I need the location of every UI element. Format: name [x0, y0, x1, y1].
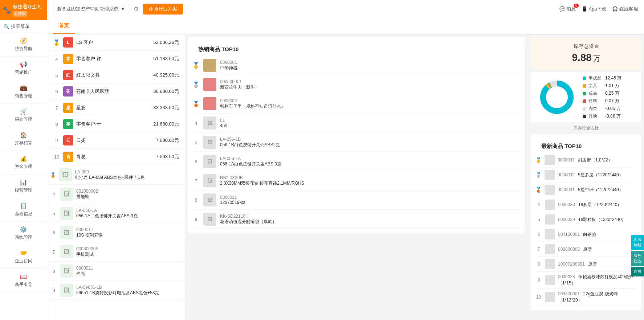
sidebar-item-enterprise[interactable]: 🤝 企业协同 — [0, 245, 47, 269]
right-panel: 库存总资金 9.88 万 — [528, 34, 644, 320]
rank-number: 5 — [53, 73, 60, 78]
sidebar-search[interactable]: 🔍 搜索菜单 — [0, 20, 47, 33]
system-selector[interactable]: 装备及固定资产辅助管理系统 ▼ — [53, 4, 129, 14]
rank-number: 4 — [535, 202, 542, 207]
customer-avatar: 红 — [63, 70, 73, 80]
sidebar-logo: 🐾 畅捷通好生意 标准版 — [0, 0, 47, 20]
sidebar-item-label: 营销推广 — [15, 69, 32, 75]
sidebar-nav: 🧭 快捷导航 📢 营销推广 💼 销售管理 🛒 采购管理 🏠 库存核算 💰 资金管… — [0, 33, 47, 292]
new-product-image — [545, 214, 555, 225]
tab-home[interactable]: 首页 — [53, 18, 75, 34]
online-service-link[interactable]: 🎧 在线客服 — [612, 6, 638, 12]
hot-product-name: 2.0X30MM双搓花轴,搓花直径2.1MM/ROHS — [220, 180, 304, 186]
marketing-icon: 📢 — [20, 61, 27, 68]
new-product-name: 白钢垫 — [583, 232, 596, 237]
customer-rank-item: 4 零 零售客户·许 51,183.00元 — [50, 51, 182, 67]
hot-product-info: NB2.0X30B 2.0X30MM双搓花轴,搓花直径2.1MM/ROHS — [220, 175, 304, 186]
sidebar-item-operations[interactable]: 📊 经营管理 — [0, 175, 47, 198]
sidebar-item-guide[interactable]: 📖 新手引导 — [0, 269, 47, 292]
search-menu-button[interactable]: 🔍 搜索菜单 — [4, 23, 43, 30]
sidebar-item-purchase[interactable]: 🛒 采购管理 — [0, 104, 47, 127]
product-image-placeholder: 🖼 — [60, 245, 73, 258]
rank-number: 7 — [53, 105, 60, 111]
hot-product-list: 🥇 0000001 中华神器 🥈 000500001 新西兰牛肉（新牛） 🥉 0… — [192, 56, 521, 229]
hot-product-image: 🖼 — [203, 136, 216, 149]
purchase-icon: 🛒 — [20, 108, 27, 115]
customer-avatar: 星 — [63, 103, 73, 113]
sidebar-item-sales[interactable]: 💼 销售管理 — [0, 80, 47, 104]
new-product-list: 🥇 0000033 封边带（1.0*22） 🥈 0000032 5厘多层（122… — [535, 153, 637, 306]
hot-product-image: 🖼 — [203, 116, 216, 130]
new-product-code: 0000028 — [558, 274, 575, 279]
gear-icon[interactable]: ⚙ — [134, 5, 139, 12]
stock-title: 库存总资金 — [537, 43, 635, 50]
headset-icon: 🎧 — [612, 6, 618, 12]
sidebar-item-marketing[interactable]: 📢 营销推广 — [0, 57, 47, 80]
customer-amount: 51,183.00元 — [153, 56, 179, 62]
product-image-placeholder: 🖼 — [60, 207, 73, 220]
trial-button[interactable]: 体验行业方案 — [143, 4, 183, 15]
hot-product-info: 0000011 12070519-xs — [220, 195, 245, 205]
sidebar-item-inventory[interactable]: 🏠 库存核算 — [0, 127, 47, 151]
sidebar-item-label: 企业协同 — [15, 258, 32, 264]
new-product-name: 5厘中纤（1220*2440） — [578, 187, 623, 192]
new-product-code: 0000030 — [558, 202, 575, 207]
stock-legend: 半成品 12.45 万 文具 1.01 万 成品 0.25 万 材料 0.07 … — [583, 75, 621, 119]
legend-label: 文具 — [588, 83, 603, 89]
svg-point-1 — [543, 83, 571, 111]
rank-number: 9 — [53, 138, 60, 143]
floating-live[interactable]: 直播 — [631, 267, 644, 276]
new-products-section: 最新商品 TOP10 🥇 0000033 封边带（1.0*22） 🥈 00000… — [531, 134, 641, 310]
hot-product-info: LA-056-1A 056-1A白色按键开关盖ABS 3克 — [220, 156, 281, 167]
new-product-name: 原垄 — [583, 247, 592, 252]
product-info: 001000002 雪地靴 — [76, 189, 182, 200]
product-image-placeholder: 🖼 — [59, 168, 72, 181]
product-ranking-list: 🥉 🖼 LA-089 电池盖 LA-089 ABS本色+黑种 7.1克 4 🖼 … — [47, 165, 185, 300]
customer-avatar: 苍 — [63, 86, 73, 97]
new-product-name: 5厘多层（1220*2440） — [578, 172, 623, 177]
hot-product-info: 0000001 中华神器 — [220, 60, 237, 71]
product-name: 手机测试 — [76, 251, 182, 258]
new-product-info: 0000031 5厘中纤（1220*2440） — [558, 187, 637, 193]
app-download-label: App下载 — [588, 6, 606, 12]
product-code: 000800005 — [76, 246, 182, 251]
sidebar-item-system[interactable]: ⚙️ 系统管理 — [0, 222, 47, 245]
product-info: LA-056-1A 056-1A白色按键开关盖ABS 3克 — [76, 208, 182, 219]
customer-name: 肖总 — [76, 153, 153, 160]
customer-rank-item: 🥇 L LS 客户 53,006.26元 — [50, 34, 182, 51]
rank-number: 10 — [535, 295, 542, 300]
new-product-name: 18颗粒板（1220*2440） — [578, 217, 626, 222]
sidebar-item-quick-nav[interactable]: 🧭 快捷导航 — [0, 33, 47, 57]
floating-customer-service[interactable]: 客服热线 — [631, 235, 644, 250]
donut-chart-container: 半成品 12.45 万 文具 1.01 万 成品 0.25 万 材料 0.07 … — [531, 72, 641, 122]
bronze-medal-icon: 🥉 — [192, 100, 200, 107]
hot-product-name: 中华神器 — [220, 65, 237, 71]
app-edition: 标准版 — [13, 11, 27, 17]
new-product-image — [545, 259, 555, 269]
new-product-info: 0000030 18多层（1220*2440） — [558, 202, 637, 208]
rank-number: 7 — [50, 249, 57, 255]
sidebar-item-label: 系统管理 — [15, 234, 32, 241]
hot-product-info: 0000002 智利车子里（规格不知道填什么） — [220, 98, 285, 110]
sidebar-item-label: 快捷导航 — [15, 46, 32, 52]
new-product-item: 🥈 0000032 5厘多层（1220*2440） — [535, 168, 637, 182]
customer-avatar: L — [63, 37, 73, 48]
floating-service-community[interactable]: 服务社区 — [631, 251, 644, 266]
rank-number: 10 — [53, 154, 60, 160]
floating-buttons: 客服热线 服务社区 直播 — [631, 235, 644, 276]
new-product-code: 0000029 — [558, 217, 575, 222]
new-products-title: 最新商品 TOP10 — [535, 139, 637, 153]
message-badge[interactable]: 💬 消息 6 — [559, 6, 576, 12]
product-rank-item: 4 🖼 001000002 雪地靴 — [47, 185, 185, 204]
sidebar-item-basic-info[interactable]: 📋 基础信息 — [0, 198, 47, 222]
sidebar-item-finance[interactable]: 💰 资金管理 — [0, 151, 47, 175]
new-product-code: 004100001 — [558, 232, 580, 237]
guide-icon: 📖 — [20, 273, 27, 280]
app-download-link[interactable]: 📱 App下载 — [582, 6, 606, 12]
hot-product-name: 花语萌值温分腿睡袋（厚款） — [220, 219, 277, 225]
product-name: 电池盖 LA-089 ABS本色+黑种 7.1克 — [75, 175, 182, 181]
customer-amount: 40,925.00元 — [153, 72, 179, 78]
product-code: 001000002 — [76, 189, 182, 194]
rank-number: 5 — [535, 217, 542, 222]
customer-name: 红太阳文具 — [76, 72, 150, 78]
